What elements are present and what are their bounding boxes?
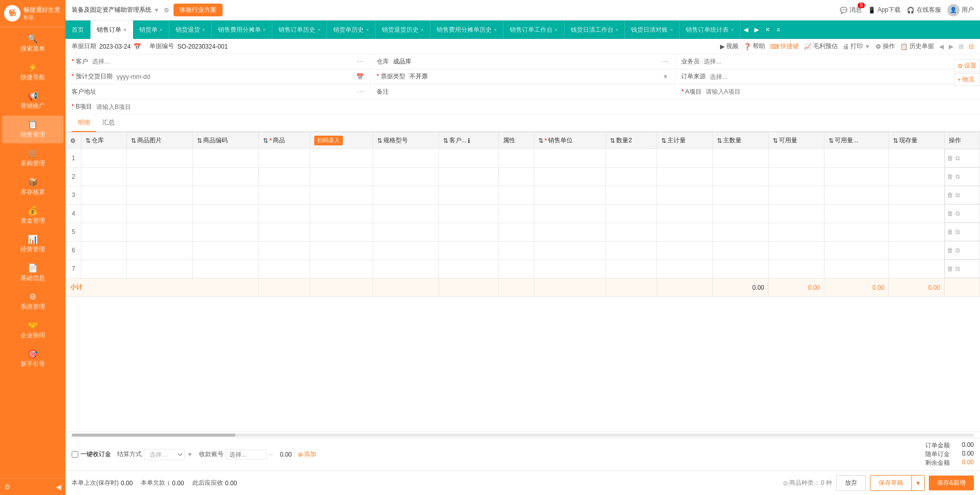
cell-3-3[interactable] [259, 186, 310, 204]
save-draft-dropdown[interactable]: ▼ [912, 476, 924, 490]
tab-close-3[interactable]: × [202, 27, 205, 33]
cell-4-3[interactable] [259, 204, 310, 223]
cell-4-4[interactable] [310, 204, 373, 223]
cell-1-8[interactable] [534, 149, 605, 168]
delete-icon-6[interactable]: 🗑 [947, 247, 953, 254]
delete-icon-7[interactable]: 🗑 [947, 265, 953, 272]
solution-button[interactable]: 体验行业方案 [173, 4, 223, 16]
warehouse-value[interactable]: 成品库 [393, 57, 411, 66]
cell-1-14[interactable] [889, 149, 945, 168]
tab-menu-btn[interactable]: ≡ [773, 20, 783, 39]
tab-10[interactable]: 钱货日清工作台× [564, 20, 625, 39]
cell-7-6[interactable] [439, 260, 498, 278]
cell-5-13[interactable] [824, 223, 889, 241]
tab-detail[interactable]: 明细 [72, 114, 96, 132]
cell-1-1[interactable] [126, 149, 192, 168]
th-main-qty[interactable]: ⇅ 主数量 [713, 133, 769, 149]
cell-6-6[interactable] [439, 241, 498, 260]
cell-2-11[interactable] [713, 167, 769, 186]
cell-6-1[interactable] [126, 241, 192, 260]
profit-btn[interactable]: 📈 毛利预估 [804, 42, 838, 51]
cell-5-5[interactable] [373, 223, 439, 241]
cell-6-5[interactable] [373, 241, 439, 260]
th-spec[interactable]: ⇅ 规格型号 [373, 133, 439, 149]
cell-4-1[interactable] [126, 204, 192, 223]
cell-3-10[interactable] [657, 186, 713, 204]
b-project-input[interactable] [96, 103, 974, 111]
cell-2-10[interactable] [657, 167, 713, 186]
sidebar-item-企业协同[interactable]: 🤝企业协同 [2, 316, 63, 344]
tab-close-1[interactable]: × [123, 27, 126, 33]
delete-icon-2[interactable]: 🗑 [947, 173, 953, 180]
operation-btn[interactable]: ⚙ 操作 [876, 42, 895, 51]
delete-icon-4[interactable]: 🗑 [947, 210, 953, 217]
message-badge[interactable]: 💬 消息 9 [840, 6, 862, 14]
tab-5[interactable]: 销售订单历史× [272, 20, 327, 39]
th-available[interactable]: ⇅ 可用量 [769, 133, 824, 149]
cell-7-2[interactable] [193, 260, 259, 278]
cell-6-4[interactable] [310, 241, 373, 260]
tab-close-6[interactable]: × [366, 27, 369, 33]
th-scan[interactable]: 扫码录入 [310, 133, 373, 149]
tab-close-11[interactable]: × [670, 27, 673, 33]
cell-2-2[interactable] [193, 167, 259, 186]
sidebar-item-新手引导[interactable]: 🎯新手引导 [2, 345, 63, 373]
logistics-btn[interactable]: + 物流 [954, 73, 980, 86]
sidebar-item-基础信息[interactable]: 📄基础信息 [2, 259, 63, 287]
th-unit[interactable]: ⇅ *销售单位 [534, 133, 605, 149]
settlement-dropdown[interactable]: ▼ [187, 451, 193, 458]
cell-4-9[interactable] [606, 204, 657, 223]
tab-11[interactable]: 钱货日清对账× [625, 20, 680, 39]
cell-2-14[interactable] [889, 167, 945, 186]
cell-3-8[interactable] [534, 186, 605, 204]
system-dropdown-icon[interactable]: ▼ [154, 7, 160, 14]
cell-6-3[interactable] [259, 241, 310, 260]
cell-1-2[interactable] [193, 149, 259, 168]
cell-5-14[interactable] [889, 223, 945, 241]
customer-input[interactable] [92, 58, 353, 65]
cell-4-5[interactable] [373, 204, 439, 223]
th-main-unit[interactable]: ⇅ 主计量 [657, 133, 713, 149]
cell-4-13[interactable] [824, 204, 889, 223]
cell-6-10[interactable] [657, 241, 713, 260]
print-btn[interactable]: 🖨 打印 ▼ [843, 42, 870, 51]
grid-view-btn[interactable]: ⊞ [959, 43, 964, 50]
cell-7-3[interactable] [259, 260, 310, 278]
cell-3-5[interactable] [373, 186, 439, 204]
sidebar-item-采购管理[interactable]: 🛒采购管理 [2, 144, 63, 172]
tab-0[interactable]: 首页 [66, 20, 91, 39]
copy-icon-7[interactable]: ⧉ [955, 265, 960, 272]
cell-6-13[interactable] [824, 241, 889, 260]
tab-prev-btn[interactable]: ◀ [741, 20, 751, 39]
cell-1-7[interactable] [499, 149, 534, 168]
sidebar-item-资金管理[interactable]: 💰资金管理 [2, 202, 63, 229]
cell-1-11[interactable] [713, 149, 769, 168]
tab-1[interactable]: 销售订单× [91, 20, 133, 39]
cell-2-3[interactable] [259, 167, 310, 186]
delivery-input[interactable] [117, 73, 352, 80]
help-btn[interactable]: ❓ 帮助 [744, 42, 765, 51]
cell-4-10[interactable] [657, 204, 713, 223]
cell-5-10[interactable] [657, 223, 713, 241]
cell-3-13[interactable] [824, 186, 889, 204]
cell-7-0[interactable] [81, 260, 127, 278]
address-more-icon[interactable]: ··· [357, 87, 363, 96]
tab-8[interactable]: 销售费用分摊单历史× [430, 20, 504, 39]
app-download[interactable]: 📱 App下载 [868, 6, 901, 14]
discard-btn[interactable]: 放弃 [836, 475, 866, 491]
cell-5-4[interactable] [310, 223, 373, 241]
settlement-select[interactable]: 选择... [144, 449, 185, 460]
delete-icon-1[interactable]: 🗑 [947, 155, 953, 162]
cell-7-12[interactable] [769, 260, 824, 278]
cell-3-4[interactable] [310, 186, 373, 204]
cell-5-6[interactable] [439, 223, 498, 241]
cell-3-0[interactable] [81, 186, 127, 204]
history-btn[interactable]: 📋 历史单据 [900, 42, 934, 51]
cell-2-1[interactable] [126, 167, 192, 186]
cell-2-6[interactable] [439, 167, 498, 186]
account-more-icon[interactable]: ··· [269, 451, 274, 458]
cell-7-13[interactable] [824, 260, 889, 278]
scroll-thumb[interactable] [72, 434, 235, 437]
warehouse-more-icon[interactable]: ··· [662, 57, 668, 66]
a-project-input[interactable] [706, 88, 974, 95]
